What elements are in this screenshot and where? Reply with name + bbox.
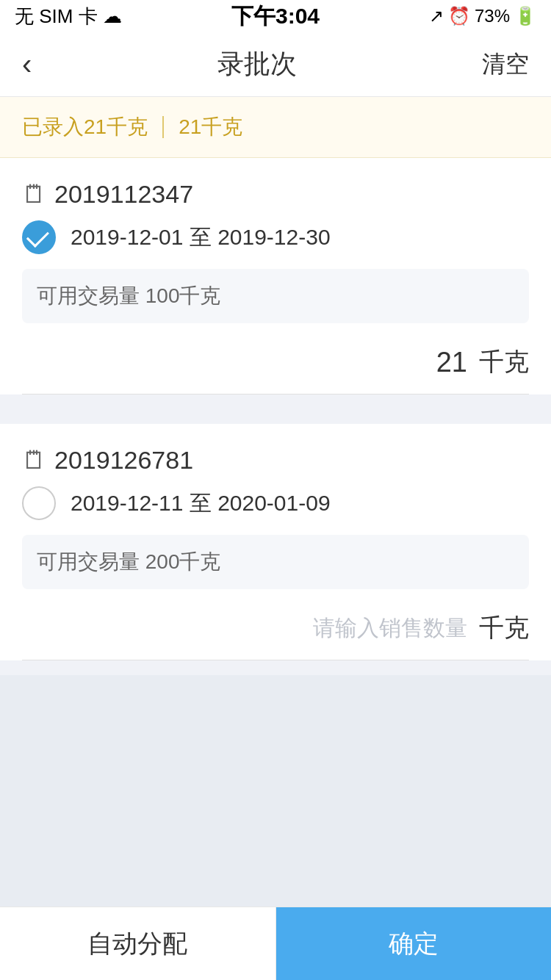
batch1-radio[interactable]	[22, 220, 56, 254]
card-separator-1	[0, 409, 551, 424]
batch2-header-area: 🗒 2019126781 2019-12-11 至 2020-01-09 可用交…	[0, 424, 551, 589]
entered-amount: 已录入21千克	[22, 113, 148, 141]
batch2-card: 🗒 2019126781 2019-12-11 至 2020-01-09 可用交…	[0, 424, 551, 660]
back-button[interactable]: ‹	[22, 48, 32, 81]
status-time: 下午3:04	[231, 1, 320, 32]
batch1-date: 2019-12-01 至 2019-12-30	[71, 223, 331, 253]
info-bar: 已录入21千克 21千克	[0, 97, 551, 158]
status-left: 无 SIM 卡 ☁	[15, 4, 122, 29]
batch2-available: 可用交易量 200千克	[22, 535, 529, 589]
bottom-bar: 自动分配 确定	[0, 907, 551, 980]
batch2-header: 🗒 2019126781	[22, 446, 529, 475]
batch2-underline	[22, 660, 529, 660]
location-icon: ↗	[429, 6, 444, 26]
page-title: 录批次	[217, 46, 297, 82]
batch2-unit: 千克	[479, 611, 529, 645]
status-bar: 无 SIM 卡 ☁ 下午3:04 ↗ ⏰ 73% 🔋	[0, 0, 551, 32]
batch2-date: 2019-12-11 至 2020-01-09	[71, 489, 331, 519]
info-divider	[162, 116, 164, 138]
batch1-unit: 千克	[479, 345, 529, 379]
batch2-input-row: 请输入销售数量 千克	[0, 589, 551, 645]
auto-distribute-button[interactable]: 自动分配	[0, 907, 276, 980]
batch2-date-row: 2019-12-11 至 2020-01-09	[22, 486, 529, 520]
batch1-icon: 🗒	[22, 180, 47, 209]
batch1-header: 🗒 2019112347	[22, 180, 529, 209]
batch1-date-row: 2019-12-01 至 2019-12-30	[22, 220, 529, 254]
confirm-button[interactable]: 确定	[276, 907, 552, 980]
batch2-icon: 🗒	[22, 446, 47, 475]
batch1-available: 可用交易量 100千克	[22, 269, 529, 323]
batch1-quantity-value: 21	[436, 347, 467, 378]
batch1-underline	[22, 394, 529, 394]
clear-button[interactable]: 清空	[482, 48, 529, 81]
total-amount: 21千克	[179, 113, 242, 141]
batch1-id: 2019112347	[54, 180, 193, 209]
battery-icon: 🔋	[514, 6, 536, 26]
status-right: ↗ ⏰ 73% 🔋	[429, 6, 536, 26]
batch1-card: 🗒 2019112347 2019-12-01 至 2019-12-30 可用交…	[0, 158, 551, 394]
batch1-header-area: 🗒 2019112347 2019-12-01 至 2019-12-30 可用交…	[0, 158, 551, 323]
batch2-radio[interactable]	[22, 486, 56, 520]
batch1-quantity-row: 21 千克	[0, 323, 551, 379]
sim-text: 无 SIM 卡 ☁	[15, 4, 122, 29]
battery-text: 73%	[475, 6, 510, 26]
batch2-input-placeholder: 请输入销售数量	[313, 613, 467, 644]
nav-bar: ‹ 录批次 清空	[0, 32, 551, 97]
alarm-icon: ⏰	[448, 6, 470, 26]
batch2-id: 2019126781	[54, 446, 193, 475]
